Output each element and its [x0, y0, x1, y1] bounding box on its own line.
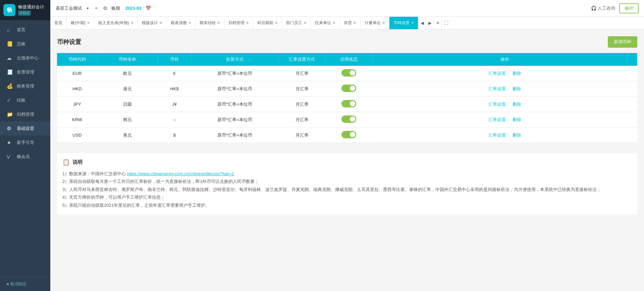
tab-next-button[interactable]: ▶: [426, 17, 434, 29]
period-value[interactable]: 2023-03: [125, 6, 142, 11]
rate-setting-link-USD[interactable]: 汇率设置: [488, 133, 506, 138]
help-button[interactable]: 🎧 人工咨询: [591, 5, 615, 11]
tab-prev-button[interactable]: ◀: [418, 17, 426, 29]
sidebar-nav: ⌂ 首页 📒 总账 ☁ 云报表中心 🧾 发票管理 💰 税务管理 ✓ 结账 📁 归…: [0, 20, 50, 277]
tab-contacts[interactable]: 往来单位 ✕: [311, 17, 340, 29]
logo-badge: 旗舰版: [18, 10, 31, 16]
delete-link-JPY[interactable]: 删除: [513, 102, 521, 107]
company-selector[interactable]: 基层工会测试: [56, 5, 82, 11]
tab-close-icon[interactable]: ✕: [217, 21, 220, 25]
tab-subjects[interactable]: 科目期初 ✕: [253, 17, 282, 29]
tab-close-icon[interactable]: ✕: [304, 21, 307, 25]
sidebar-item-tax[interactable]: 💰 税务管理: [0, 79, 50, 93]
tab-close-icon[interactable]: ✕: [159, 21, 162, 25]
tab-label: 往来单位: [315, 20, 331, 26]
table-row: JPY 日圆 J¥ 原币*汇率=本位币 月汇率 汇率设置 删除: [57, 97, 637, 112]
tab-inventory[interactable]: 存货 ✕: [340, 17, 361, 29]
sidebar-item-member[interactable]: V 畅会员: [0, 150, 50, 164]
help-label: 人工咨询: [598, 5, 615, 11]
cell-status: [325, 97, 372, 112]
period-label: 账期: [111, 5, 120, 11]
cell-calc: 原币*汇率=本位币: [191, 66, 278, 81]
add-tab-button[interactable]: ＋: [94, 5, 99, 12]
cell-name: 港元: [97, 81, 158, 97]
tab-template[interactable]: 模版设计 ✕: [138, 17, 167, 29]
sidebar-item-ledger[interactable]: 📒 总账: [0, 37, 50, 51]
delete-link-KRW[interactable]: 删除: [513, 117, 521, 122]
sidebar-item-label: 新手引导: [17, 140, 34, 146]
table-row: KRW 韩元 -- 原币*汇率=本位币 月汇率 汇率设置 删除: [57, 112, 637, 128]
settings-icon: ⚙: [7, 126, 13, 132]
calendar-icon[interactable]: 📅: [146, 6, 151, 11]
settings-button[interactable]: ⚙: [103, 5, 107, 11]
tab-label: 收入支出表(年报): [98, 20, 129, 26]
col-header-name: 币种名称: [97, 53, 158, 66]
tab-archive[interactable]: 归档管理 ✕: [224, 17, 253, 29]
tab-income-report[interactable]: 收入支出表(年报) ✕: [94, 17, 138, 29]
note-item: 1）数据来源：中国外汇交易中心 https://www.chinamoney.c…: [62, 170, 632, 178]
tab-expand-button[interactable]: ⛶: [442, 17, 450, 29]
cell-calc: 原币*汇率=本位币: [191, 97, 278, 112]
delete-link-EUR[interactable]: 删除: [513, 71, 521, 76]
cell-rate-type: 月汇率: [278, 128, 325, 143]
status-toggle-KRW[interactable]: [341, 115, 356, 123]
tab-units[interactable]: 计量单位 ✕: [361, 17, 389, 29]
cell-status: [325, 66, 372, 81]
status-toggle-HKD[interactable]: [341, 85, 356, 92]
tab-close-icon[interactable]: ✕: [411, 21, 414, 25]
sidebar-item-guide[interactable]: ★ 新手引导: [0, 136, 50, 150]
cell-symbol: $: [158, 128, 191, 143]
tab-label: 币种设置: [393, 20, 410, 26]
sidebar-item-label: 发票管理: [17, 69, 34, 75]
sidebar-item-checkout[interactable]: ✓ 结账: [0, 93, 50, 107]
delete-link-USD[interactable]: 删除: [513, 133, 521, 138]
sidebar-item-reports[interactable]: ☁ 云报表中心: [0, 51, 50, 65]
note-item: 3）人民币对马来西亚林吉特、俄罗斯卢布、南非兰特、韩元、阿联酋迪拉姆、沙特里亚尔…: [62, 186, 632, 193]
rate-setting-link-EUR[interactable]: 汇率设置: [488, 71, 506, 76]
tab-period[interactable]: 账(中期) ✕: [67, 17, 94, 29]
rate-setting-link-KRW[interactable]: 汇率设置: [488, 117, 506, 122]
cell-action: 汇率设置 删除: [372, 81, 637, 97]
archive-icon: 📁: [7, 111, 13, 117]
cell-code: USD: [57, 128, 97, 143]
tab-period-end[interactable]: 期末结转 ✕: [196, 17, 224, 29]
sidebar-item-basic[interactable]: ⚙ 基础设置: [0, 122, 50, 136]
tab-close-icon[interactable]: ✕: [130, 21, 133, 25]
status-toggle-EUR[interactable]: [341, 69, 356, 77]
note-link[interactable]: https://www.chinamoney.com.cn/chinese/bk…: [127, 171, 234, 176]
company-dropdown-icon[interactable]: ▼: [86, 6, 90, 10]
status-toggle-USD[interactable]: [341, 131, 356, 138]
new-currency-button[interactable]: 新增币种: [608, 36, 637, 48]
tab-close-icon[interactable]: ✕: [353, 21, 356, 25]
sidebar-item-invoice[interactable]: 🧾 发票管理: [0, 65, 50, 79]
note-icon: 📋: [62, 158, 70, 166]
delete-link-HKD[interactable]: 删除: [513, 86, 521, 91]
rate-setting-link-JPY[interactable]: 汇率设置: [488, 102, 506, 107]
sidebar-item-archive[interactable]: 📁 归档管理: [0, 107, 50, 122]
tab-departments[interactable]: 部门员工 ✕: [282, 17, 311, 29]
tab-close-icon[interactable]: ✕: [87, 21, 90, 25]
currency-table: 币种代码 币种名称 币符 折算方式 汇率设置方式 启用状态 操作 EUR 欧元 …: [57, 53, 637, 143]
sidebar-item-home[interactable]: ⌂ 首页: [0, 23, 50, 37]
page-title: 币种设置: [57, 38, 81, 46]
home-icon: ⌂: [7, 27, 13, 33]
user-role-button[interactable]: 会计: [619, 3, 639, 13]
cell-code: EUR: [57, 66, 97, 81]
note-item: 4）无官方牌价的币种，可以用户手工维护汇率信息；: [62, 193, 632, 201]
note-item: 2）系统自动获取每月第一个工作日的汇率标价，统一为直接标价法，即1外币可以兑换的…: [62, 178, 632, 185]
tab-close-icon[interactable]: ✕: [382, 21, 385, 25]
tab-tax-table[interactable]: 税表清册 ✕: [167, 17, 196, 29]
tax-icon: 💰: [7, 83, 13, 89]
status-toggle-JPY[interactable]: [341, 100, 356, 107]
rate-setting-link-HKD[interactable]: 汇率设置: [488, 86, 506, 91]
tab-currency[interactable]: 币种设置 ✕: [389, 17, 418, 29]
tab-close-all-button[interactable]: ✕: [434, 17, 442, 29]
tab-home[interactable]: 首页: [50, 17, 67, 29]
tab-label: 账(中期): [71, 20, 86, 26]
tab-close-icon[interactable]: ✕: [275, 21, 278, 25]
tab-label: 存货: [344, 20, 352, 26]
tab-close-icon[interactable]: ✕: [332, 21, 335, 25]
sidebar-pin-toggle[interactable]: ◄ 取消固定: [0, 277, 50, 291]
tab-close-icon[interactable]: ✕: [188, 21, 191, 25]
tab-close-icon[interactable]: ✕: [246, 21, 249, 25]
